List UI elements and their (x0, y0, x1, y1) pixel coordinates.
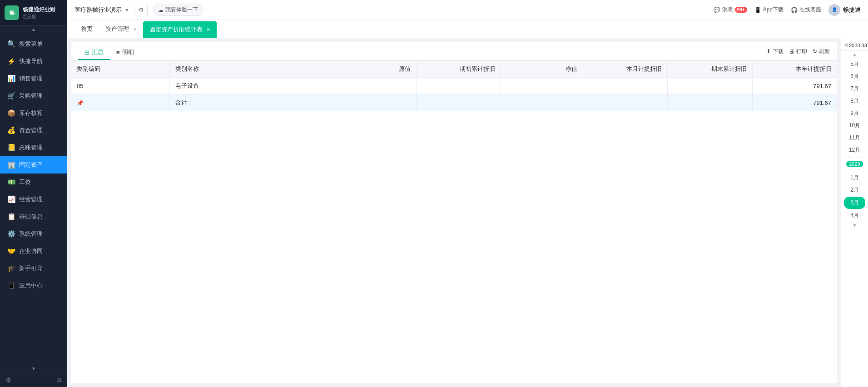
app-center-icon: 📱 (7, 282, 15, 290)
subtotal-annual-depreciation: 791.67 (752, 94, 837, 111)
sidebar-item-label: 库存核算 (19, 109, 43, 117)
sidebar-item-quick-nav[interactable]: ⚡ 快捷导航 (0, 53, 67, 70)
sidebar-item-fixed-assets[interactable]: 🏢 固定资产 (0, 156, 67, 174)
subtotal-row: 📌 合计： 791.67 (71, 94, 837, 111)
date-month-8[interactable]: 8月 (841, 95, 868, 107)
customer-service-button[interactable]: 🎧 在线客服 (791, 6, 821, 14)
col-header-accum-depreciation: 期初累计折旧 (416, 61, 501, 78)
sidebar-item-label: 系统管理 (19, 230, 43, 238)
topbar: 医疗器械行业演示 ▼ ⚙ ☁ 我要体验一下 💬 消息 99+ 📱 App下载 🎧… (67, 0, 868, 20)
date-month-11[interactable]: 11月 (841, 132, 868, 144)
sidebar-item-app-center[interactable]: 📱 应用中心 (0, 277, 67, 294)
download-button[interactable]: ⬇ 下载 (766, 48, 784, 55)
sidebar-item-funds[interactable]: 💰 资金管理 (0, 122, 67, 139)
enterprise-icon: 🤝 (7, 247, 15, 255)
current-date-label: 2023.03 (849, 43, 867, 48)
topbar-settings-button[interactable]: ⚙ (135, 4, 148, 16)
subtotal-label: 合计： (170, 94, 334, 111)
sidebar-item-search[interactable]: 🔍 搜索菜单 (0, 35, 67, 53)
topbar-right: 💬 消息 99+ 📱 App下载 🎧 在线客服 👤 畅捷通 (714, 4, 861, 16)
purchase-icon: 🛒 (7, 92, 15, 100)
tab-assets-mgmt[interactable]: 资产管理 ✕ (99, 21, 143, 38)
col-header-net-value: 净值 (501, 61, 583, 78)
col-header-period-end-accum: 期末累计折旧 (668, 61, 752, 78)
tab-depreciation-label: 固定资产折旧统计表 (149, 25, 203, 34)
refresh-label: 刷新 (819, 48, 830, 55)
row-period-end-accum (668, 78, 752, 94)
collapse-sidebar-icon[interactable]: ⊞ (56, 376, 62, 383)
date-scroll-down[interactable]: ▼ (851, 222, 858, 229)
sidebar-item-guide[interactable]: 🎓 新手引导 (0, 260, 67, 277)
sidebar-item-label: 销售管理 (19, 74, 43, 83)
date-scroll-up[interactable]: ▲ (851, 51, 858, 58)
subtotal-icon-cell: 📌 (71, 94, 170, 111)
date-month-2023-2[interactable]: 2月 (841, 184, 868, 196)
experience-label: 我要体验一下 (165, 6, 198, 14)
date-month-5[interactable]: 5月 (841, 58, 868, 70)
summary-tab-label: 汇总 (92, 48, 104, 56)
tab-summary[interactable]: ⊞ 汇总 (78, 45, 110, 60)
message-button[interactable]: 💬 消息 99+ (714, 6, 747, 14)
sidebar-item-label: 新手引导 (19, 264, 43, 273)
sidebar-nav: 🔍 搜索菜单 ⚡ 快捷导航 📊 销售管理 🛒 采购管理 📦 库存核算 💰 资金管… (0, 33, 67, 365)
download-icon: ⬇ (766, 48, 771, 55)
sidebar-scroll-down[interactable]: ▼ (0, 365, 67, 372)
date-month-7[interactable]: 7月 (841, 83, 868, 95)
sidebar-item-business[interactable]: 📈 经营管理 (0, 191, 67, 208)
sidebar-item-basic-info[interactable]: 📋 基础信息 (0, 208, 67, 225)
experience-button[interactable]: ☁ 我要体验一下 (153, 4, 203, 16)
sidebar-item-system[interactable]: ⚙️ 系统管理 (0, 225, 67, 243)
inventory-icon: 📦 (7, 109, 15, 117)
user-menu[interactable]: 👤 畅捷通 (828, 4, 861, 16)
sidebar-item-enterprise[interactable]: 🤝 企业协同 (0, 243, 67, 260)
sidebar-header: 畅 畅捷通好业财 普及版 (0, 0, 67, 26)
tab-depreciation[interactable]: 固定资产折旧统计表 ✕ (143, 21, 217, 38)
settings-footer-icon[interactable]: ⚙ (5, 376, 11, 383)
guide-icon: 🎓 (7, 264, 15, 273)
message-badge: 99+ (735, 7, 747, 13)
refresh-button[interactable]: ↻ 刷新 (813, 48, 830, 55)
date-month-10[interactable]: 10月 (841, 119, 868, 132)
app-download-button[interactable]: 📱 App下载 (754, 6, 784, 14)
sidebar-item-purchase[interactable]: 🛒 采购管理 (0, 87, 67, 104)
date-month-2023-4[interactable]: 4月 (841, 209, 868, 222)
date-month-2023-1[interactable]: 1月 (841, 172, 868, 184)
subtotal-monthly-depreciation (583, 94, 667, 111)
date-sidebar-close-icon[interactable]: ✕ (844, 42, 849, 49)
sidebar-item-label: 固定资产 (19, 161, 43, 169)
quick-nav-icon: ⚡ (7, 57, 15, 65)
message-label: 消息 (722, 6, 733, 14)
tab-detail[interactable]: ≡ 明细 (110, 45, 140, 60)
download-icon: 📱 (754, 7, 761, 13)
sidebar-brand: 畅捷通好业财 普及版 (23, 6, 55, 20)
sidebar-item-label: 基础信息 (19, 213, 43, 221)
sidebar-item-ledger[interactable]: 📒 总账管理 (0, 139, 67, 156)
date-month-9[interactable]: 9月 (841, 107, 868, 119)
tab-home[interactable]: 首页 (74, 21, 99, 38)
print-button[interactable]: 🖨 打印 (789, 48, 807, 55)
fixed-assets-icon: 🏢 (7, 161, 15, 169)
sidebar-item-payroll[interactable]: 💵 工资 (0, 174, 67, 191)
sidebar-item-inventory[interactable]: 📦 库存核算 (0, 104, 67, 122)
sidebar-footer: ⚙ ⊞ (0, 372, 67, 387)
sidebar-item-sales[interactable]: 📊 销售管理 (0, 70, 67, 87)
date-month-12[interactable]: 12月 (841, 144, 868, 156)
tab-assets-close-icon[interactable]: ✕ (133, 26, 137, 32)
summary-tab-icon: ⊞ (84, 49, 89, 56)
report-tabs: ⊞ 汇总 ≡ 明细 ⬇ 下载 🖨 打印 (71, 42, 837, 60)
sidebar-item-label: 企业协同 (19, 247, 43, 255)
date-month-6[interactable]: 6月 (841, 70, 868, 83)
content-area: ⊞ 汇总 ≡ 明细 ⬇ 下载 🖨 打印 (67, 38, 868, 387)
company-selector[interactable]: 医疗器械行业演示 ▼ (74, 6, 129, 14)
refresh-icon: ↻ (813, 48, 817, 55)
sidebar-item-label: 应用中心 (19, 282, 43, 290)
sidebar-scroll-up[interactable]: ▲ (0, 26, 67, 33)
sidebar-item-label: 采购管理 (19, 92, 43, 100)
message-icon: 💬 (714, 7, 720, 13)
date-month-2023-3[interactable]: 3月 (844, 197, 865, 209)
ledger-icon: 📒 (7, 144, 15, 152)
tab-depreciation-close-icon[interactable]: ✕ (206, 27, 210, 33)
sidebar: 畅 畅捷通好业财 普及版 ▲ 🔍 搜索菜单 ⚡ 快捷导航 📊 销售管理 🛒 采购… (0, 0, 67, 387)
service-icon: 🎧 (791, 7, 798, 13)
subtotal-icon: 📌 (77, 100, 84, 106)
